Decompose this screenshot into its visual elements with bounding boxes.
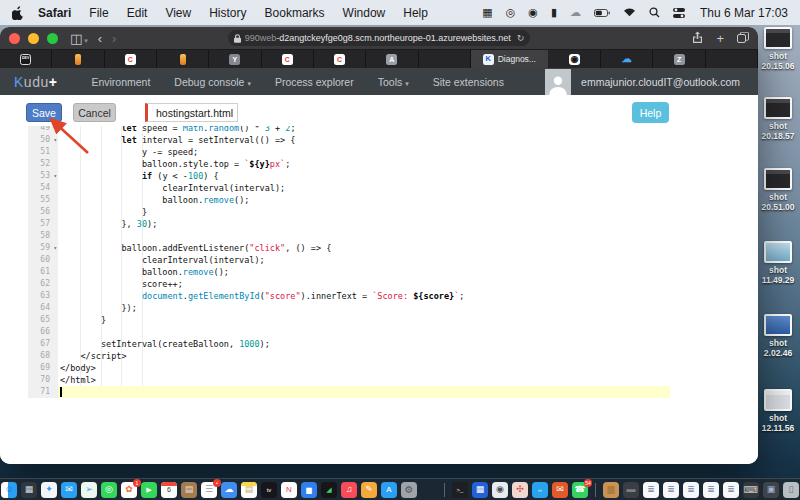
dock-weather[interactable]: ☁ xyxy=(221,482,237,498)
code-line[interactable]: 58 xyxy=(28,230,670,242)
code-line[interactable]: 56 } xyxy=(28,206,670,218)
tab-z[interactable]: Z xyxy=(653,50,705,68)
tab-record[interactable]: ◉ xyxy=(549,50,601,68)
zoom-window-button[interactable] xyxy=(47,33,58,44)
tab-y[interactable]: Y xyxy=(209,50,261,68)
tab-cloud[interactable]: ☁ xyxy=(601,50,653,68)
code-line[interactable]: 67 setInterval(createBalloon, 1000); xyxy=(28,338,670,350)
desktop-file-6[interactable]: shot12.11.56 xyxy=(758,389,798,433)
code-line[interactable]: 53▾ if (y < -100) { xyxy=(28,170,670,182)
dock-paint[interactable]: ✣ xyxy=(512,482,528,498)
minimize-window-button[interactable] xyxy=(28,33,39,44)
tab-overview-icon[interactable] xyxy=(737,32,749,45)
dock-settings[interactable]: ⚙ xyxy=(401,482,417,498)
desktop-file-3[interactable]: shot20.51.00 xyxy=(758,168,798,212)
dock-app-store[interactable]: A xyxy=(381,482,397,498)
dock-keynote[interactable]: ▆ xyxy=(301,482,317,498)
dock-compass[interactable]: ◉ xyxy=(492,482,508,498)
desktop-file-4[interactable]: shot11.49.29 xyxy=(758,241,798,285)
nav-tools[interactable]: Tools▾ xyxy=(366,76,421,88)
code-editor[interactable]: 49 let speed = Math.random() * 3 + 2;50▾… xyxy=(28,126,670,402)
dock-window-dark[interactable]: ▬ xyxy=(623,482,639,498)
code-line[interactable]: 69</body> xyxy=(28,362,670,374)
tab-ms[interactable] xyxy=(419,50,471,68)
search-icon[interactable] xyxy=(649,7,660,18)
code-line[interactable]: 62 score++; xyxy=(28,278,670,290)
dock-terminal[interactable]: >_ xyxy=(452,482,468,498)
record-circle-icon[interactable]: ◉ xyxy=(528,6,538,19)
dock-vscode[interactable]: ‹› xyxy=(532,482,548,498)
desktop-file-2[interactable]: shot20.18.57 xyxy=(758,97,798,141)
cloud-status-icon[interactable]: ☁ xyxy=(570,6,581,19)
tab-ms[interactable] xyxy=(706,50,758,68)
dock-office[interactable] xyxy=(421,482,437,498)
code-line[interactable]: 63 document.getElementById("score").inne… xyxy=(28,290,670,302)
code-line[interactable]: 50▾ let interval = setInterval(() => { xyxy=(28,134,670,146)
code-line[interactable]: 68 </script> xyxy=(28,350,670,362)
dock-reminders[interactable]: ☰• xyxy=(201,482,217,498)
share-icon[interactable] xyxy=(692,31,703,46)
dock-outlook[interactable]: ✉ xyxy=(552,482,568,498)
tab-diagnostics[interactable]: KDiagnos... xyxy=(471,50,549,68)
dock-trash[interactable]: ▯ xyxy=(783,482,799,498)
dock-launchpad[interactable]: ▦ xyxy=(21,482,37,498)
address-bar[interactable]: 990web-d2angtckeyfge0g8.scm.northeurope-… xyxy=(228,30,530,46)
code-line[interactable]: 66 xyxy=(28,326,670,338)
apple-logo-icon[interactable] xyxy=(12,6,25,20)
forward-button[interactable]: › xyxy=(112,32,116,45)
menu-history[interactable]: History xyxy=(200,6,255,20)
dock-downloads-folder[interactable]: ▆ xyxy=(603,482,619,498)
dock-maps[interactable]: ➢ xyxy=(81,482,97,498)
dock-document-3[interactable]: ≣ xyxy=(683,482,699,498)
dock-music[interactable]: ♫ xyxy=(341,482,357,498)
tab-dev[interactable]: DEV xyxy=(0,50,52,68)
code-line[interactable]: 59▾ balloon.addEventListener("click", ()… xyxy=(28,242,670,254)
tab-c[interactable]: C xyxy=(262,50,314,68)
tab-c[interactable]: C xyxy=(105,50,157,68)
code-line[interactable]: 61 balloon.remove(); xyxy=(28,266,670,278)
dock-notes[interactable]: ▤ xyxy=(241,482,257,498)
code-line[interactable]: 65 } xyxy=(28,314,670,326)
menu-view[interactable]: View xyxy=(156,6,200,20)
dock-contacts[interactable]: ▤ xyxy=(181,482,197,498)
dock-window-small[interactable]: ▣ xyxy=(763,482,779,498)
nav-environment[interactable]: Environment xyxy=(79,76,162,88)
fold-arrow-icon[interactable]: ▾ xyxy=(53,170,57,182)
desktop-file-1[interactable]: shot20.15.06 xyxy=(758,27,798,71)
code-line[interactable]: 51 y -= speed; xyxy=(28,146,670,158)
fold-arrow-icon[interactable]: ▾ xyxy=(53,242,57,254)
dock-finder[interactable]: ☺ xyxy=(1,482,17,498)
nav-debug-console[interactable]: Debug console▾ xyxy=(162,76,263,88)
desktop-file-5[interactable]: shot2.02.46 xyxy=(758,314,798,358)
battery-icon[interactable] xyxy=(594,9,610,17)
dock-stocks[interactable]: ◢ xyxy=(321,482,337,498)
tab-bottle[interactable] xyxy=(52,50,104,68)
dock-news[interactable]: N xyxy=(281,482,297,498)
dock-ms-app[interactable]: ▦ xyxy=(472,482,488,498)
filename-field[interactable]: hostingstart.html xyxy=(145,103,238,122)
new-tab-button[interactable]: + xyxy=(716,32,724,45)
code-line[interactable]: 71 xyxy=(28,386,670,398)
menu-edit[interactable]: Edit xyxy=(118,6,157,20)
code-line[interactable]: 49 let speed = Math.random() * 3 + 2; xyxy=(28,126,670,134)
dock-pencil[interactable]: ✎ xyxy=(361,482,377,498)
menu-help[interactable]: Help xyxy=(394,6,437,20)
dock-safari[interactable]: ✦ xyxy=(41,482,57,498)
tiling-grid-icon[interactable]: ▦ xyxy=(482,6,492,19)
code-line[interactable]: 64 }); xyxy=(28,302,670,314)
device-icon[interactable]: ▮ xyxy=(551,6,557,19)
code-line[interactable]: 70</html> xyxy=(28,374,670,386)
dock-apple-tv[interactable]: tv xyxy=(261,482,277,498)
dock-keyboard[interactable]: ⌨ xyxy=(743,482,759,498)
back-button[interactable]: ‹ xyxy=(98,32,102,45)
dock-calendar[interactable]: 6 xyxy=(161,482,177,498)
dock-document-4[interactable]: ≣ xyxy=(703,482,719,498)
tab-a[interactable]: A xyxy=(366,50,418,68)
menu-file[interactable]: File xyxy=(80,6,117,20)
code-line[interactable]: 55 balloon.remove(); xyxy=(28,194,670,206)
dock-mail[interactable]: ✉ xyxy=(61,482,77,498)
dock-document-2[interactable]: ≣ xyxy=(663,482,679,498)
dock-document-1[interactable]: ≣ xyxy=(643,482,659,498)
menu-bookmarks[interactable]: Bookmarks xyxy=(256,6,334,20)
control-center-icon[interactable] xyxy=(673,8,685,18)
